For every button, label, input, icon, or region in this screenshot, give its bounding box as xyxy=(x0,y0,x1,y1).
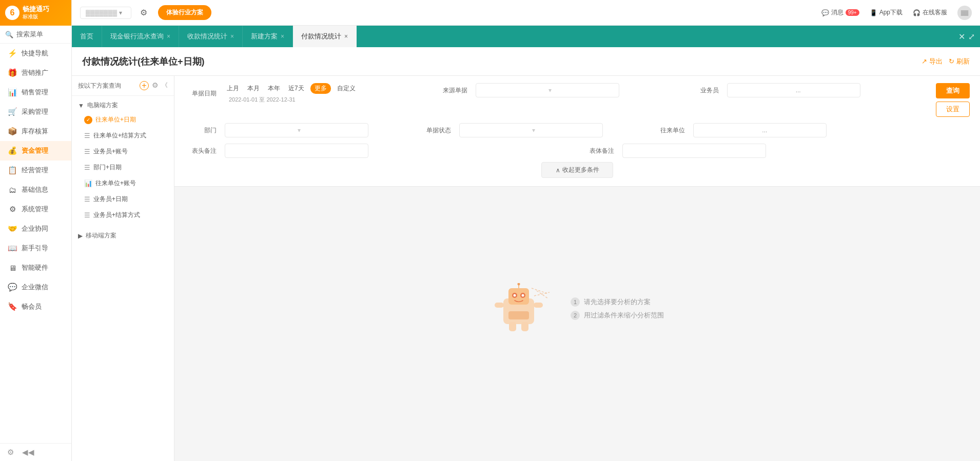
app-download-button[interactable]: 📱 App下载 xyxy=(870,8,903,17)
scheme-item-salesman-date[interactable]: ☰业务员+日期 xyxy=(72,191,174,207)
unit-dots[interactable]: ... xyxy=(762,127,822,134)
sidebar-item-operation[interactable]: 📋经营管理 xyxy=(0,161,71,180)
chevron-down-icon: ▾ xyxy=(119,9,122,16)
svg-point-8 xyxy=(522,294,524,296)
section-expand-icon-desktop: ▼ xyxy=(78,102,84,109)
tab-home[interactable]: 首页 xyxy=(72,26,102,47)
nav-icon-basic: 🗂 xyxy=(7,186,17,194)
empty-state-illustration xyxy=(491,283,552,334)
collapse-filter-button[interactable]: ∧ 收起更多条件 xyxy=(541,162,613,178)
tab-bar-actions: ✕ ⤢ xyxy=(953,26,980,47)
body-note-input[interactable] xyxy=(627,147,761,154)
tab-close-payment-stats[interactable]: × xyxy=(344,33,348,40)
sidebar-item-basic[interactable]: 🗂基础信息 xyxy=(0,180,71,199)
online-service-button[interactable]: 🎧 在线客服 xyxy=(913,8,947,17)
filter-source-col: 来源单据 ▾ xyxy=(436,83,676,97)
date-opt-last-7[interactable]: 近7天 xyxy=(286,83,306,94)
nav-label-marketing: 营销推广 xyxy=(22,68,48,77)
filter-status-col: 单据状态 ▾ xyxy=(419,123,643,137)
sidebar-item-enterprise[interactable]: 🤝企业协同 xyxy=(0,219,71,238)
empty-hint-2: 2 用过滤条件来缩小分析范围 xyxy=(571,311,664,320)
header-settings-icon[interactable]: ⚙ xyxy=(136,6,151,20)
date-opt-this-year[interactable]: 本年 xyxy=(266,83,282,94)
user-avatar[interactable]: ▓▓ xyxy=(957,6,972,20)
tab-bank-flow[interactable]: 现金银行流水查询 × xyxy=(102,26,179,47)
sidebar-item-marketing[interactable]: 🎁营销推广 xyxy=(0,63,71,83)
scheme-item-label-salesman-date: 业务员+日期 xyxy=(93,195,128,204)
unit-select[interactable]: ... xyxy=(693,123,827,137)
scheme-item-salesman-payment[interactable]: ☰业务员+结算方式 xyxy=(72,207,174,223)
expand-icon[interactable]: ⤢ xyxy=(968,32,975,42)
scheme-item-unit-account[interactable]: 📊往来单位+账号 xyxy=(72,175,174,191)
head-note-input-wrap xyxy=(225,144,368,158)
date-opt-more[interactable]: 更多 xyxy=(310,83,331,94)
dept-select[interactable]: ▾ xyxy=(225,123,368,137)
tab-close-new-scheme[interactable]: × xyxy=(281,33,284,40)
nav-label-basic: 基础信息 xyxy=(22,185,48,194)
source-select[interactable]: ▾ xyxy=(476,83,619,97)
filter-settings-button[interactable]: 设置 xyxy=(936,102,970,117)
nav-icon-purchase: 🛒 xyxy=(7,107,17,116)
date-options: 上月 本月 本年 近7天 更多 自定义 xyxy=(225,83,358,94)
date-opt-last-month[interactable]: 上月 xyxy=(225,83,241,94)
tab-close-bank-flow[interactable]: × xyxy=(167,33,170,40)
salesman-select[interactable]: ... xyxy=(727,83,860,97)
sidebar-item-system[interactable]: ⚙系统管理 xyxy=(0,199,71,219)
scheme-item-dept-date[interactable]: ☰部门+日期 xyxy=(72,159,174,175)
export-button[interactable]: ↗ 导出 xyxy=(922,57,943,66)
empty-state-row: 1 请先选择要分析的方案 2 用过滤条件来缩小分析范围 xyxy=(491,283,664,334)
date-filter-label: 单据日期 xyxy=(185,89,221,98)
refresh-button[interactable]: ↻ 刷新 xyxy=(949,57,970,66)
try-industry-button[interactable]: 体验行业方案 xyxy=(158,5,211,20)
notifications-button[interactable]: 💬 消息 99+ xyxy=(821,8,859,17)
sidebar-item-inventory[interactable]: 📦库存核算 xyxy=(0,122,71,141)
tab-receipt-stats[interactable]: 收款情况统计 × xyxy=(179,26,243,47)
nav-label-operation: 经营管理 xyxy=(22,166,48,175)
sidebar-search[interactable]: 🔍 搜索菜单 xyxy=(0,26,71,44)
collapse-sidebar-icon[interactable]: ◀◀ xyxy=(22,448,34,457)
salesman-filter-label: 业务员 xyxy=(687,86,723,95)
sidebar-item-purchase[interactable]: 🛒采购管理 xyxy=(0,102,71,122)
section-label-desktop: 电脑端方案 xyxy=(87,101,118,110)
nav-label-member: 畅会员 xyxy=(22,302,42,311)
nav-label-guide: 新手引导 xyxy=(22,244,48,253)
tab-close-receipt-stats[interactable]: × xyxy=(230,33,234,40)
filter-actions: 查询 设置 xyxy=(936,83,970,117)
sidebar-item-finance[interactable]: 💰资金管理 xyxy=(0,141,71,161)
message-icon: 💬 xyxy=(821,9,829,16)
filter-date-col: 单据日期 上月 本月 本年 近7天 更多 自定义 2022-01-01 至 20… xyxy=(185,83,425,104)
sidebar-item-member[interactable]: 🔖畅会员 xyxy=(0,297,71,316)
head-note-input[interactable] xyxy=(229,147,364,154)
date-opt-custom[interactable]: 自定义 xyxy=(335,83,358,94)
close-all-tabs-icon[interactable]: ✕ xyxy=(958,32,965,42)
scheme-item-icon-unit-date: ✓ xyxy=(84,115,92,124)
sidebar-item-wechat[interactable]: 💬企业微信 xyxy=(0,277,71,297)
collapse-filter-label: 收起更多条件 xyxy=(562,166,599,174)
scheme-collapse-icon[interactable]: 《 xyxy=(162,81,168,90)
sidebar-item-smart[interactable]: 🖥智能硬件 xyxy=(0,258,71,277)
refresh-icon: ↻ xyxy=(949,57,954,65)
scheme-item-salesman-account[interactable]: ☰业务员+账号 xyxy=(72,144,174,159)
tab-payment-stats[interactable]: 付款情况统计 × xyxy=(293,26,357,47)
scheme-section-title-mobile[interactable]: ▶移动端方案 xyxy=(72,229,174,242)
svg-rect-15 xyxy=(521,322,528,331)
sidebar-item-quick-nav[interactable]: ⚡快捷导航 xyxy=(0,44,71,63)
sidebar-item-sales[interactable]: 📊销售管理 xyxy=(0,83,71,102)
app-download-label: App下载 xyxy=(879,8,903,17)
sidebar-item-guide[interactable]: 📖新手引导 xyxy=(0,238,71,258)
status-select[interactable]: ▾ xyxy=(459,123,603,137)
scheme-section-title-desktop[interactable]: ▼电脑端方案 xyxy=(72,99,174,112)
scheme-item-unit-payment[interactable]: ☰往来单位+结算方式 xyxy=(72,128,174,144)
company-selector[interactable]: ▓▓▓▓▓▓▓ ▾ xyxy=(80,7,131,19)
filter-unit-col: 往来单位 ... xyxy=(653,123,877,137)
date-opt-this-month[interactable]: 本月 xyxy=(245,83,262,94)
add-scheme-icon[interactable]: + xyxy=(140,81,149,90)
empty-text-list: 1 请先选择要分析的方案 2 用过滤条件来缩小分析范围 xyxy=(571,297,664,320)
tab-new-scheme[interactable]: 新建方案 × xyxy=(243,26,293,47)
settings-icon[interactable]: ⚙ xyxy=(7,448,14,457)
salesman-dots[interactable]: ... xyxy=(796,87,856,94)
query-button[interactable]: 查询 xyxy=(936,83,970,98)
scheme-item-unit-date[interactable]: ✓往来单位+日期 xyxy=(72,112,174,128)
nav-icon-member: 🔖 xyxy=(7,302,17,311)
scheme-settings-icon[interactable]: ⚙ xyxy=(152,81,159,90)
